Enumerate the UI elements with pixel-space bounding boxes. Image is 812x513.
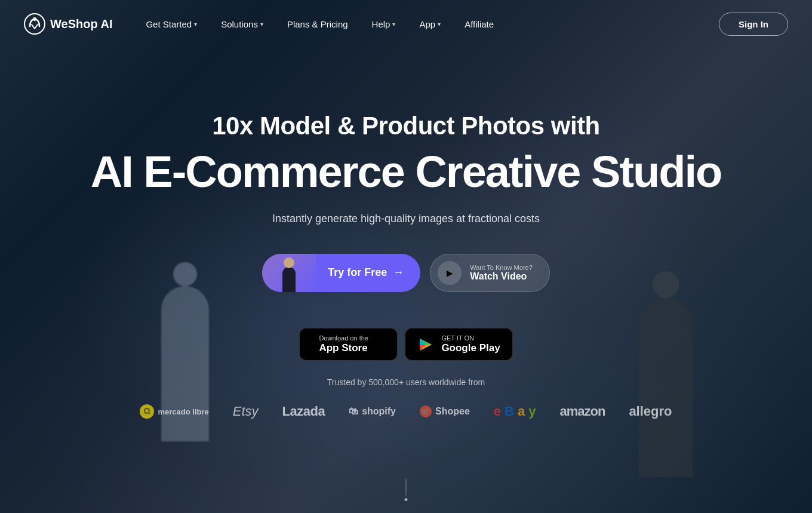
shopify-icon: 🛍 <box>349 406 358 417</box>
arrow-right-icon: → <box>393 266 404 279</box>
nav-item-app[interactable]: App ▾ <box>410 14 450 34</box>
nav-links: Get Started ▾ Solutions ▾ Plans & Pricin… <box>136 14 503 34</box>
shopee-label: Shopee <box>435 406 470 417</box>
shopee-icon: 🛒 <box>420 406 432 417</box>
brand-amazon: amazon <box>559 404 605 419</box>
nav-item-plans-pricing[interactable]: Plans & Pricing <box>278 14 358 34</box>
chevron-down-icon: ▾ <box>392 21 395 27</box>
nav-item-help[interactable]: Help ▾ <box>362 14 405 34</box>
logo-text: WeShop AI <box>50 17 112 31</box>
chevron-down-icon: ▾ <box>194 21 197 27</box>
mercado-libre-icon <box>140 404 154 419</box>
mini-model-figure <box>274 257 304 292</box>
hero-section: WeShop AI Get Started ▾ Solutions ▾ Plan… <box>0 0 812 513</box>
logo[interactable]: WeShop AI <box>24 13 112 35</box>
lazada-label: Lazada <box>282 404 325 419</box>
app-store-badge[interactable]: Download on the App Store <box>299 328 398 361</box>
hero-title-main: AI E-Commerce Creative Studio <box>91 148 721 196</box>
brand-shopify: 🛍 shopify <box>349 406 396 417</box>
brand-lazada: Lazada <box>282 404 325 419</box>
scroll-dot <box>405 498 408 501</box>
try-free-text: Try for Free → <box>316 266 420 279</box>
amazon-label: amazon <box>559 404 605 419</box>
hero-title-sub: 10x Model & Product Photos with <box>212 112 600 140</box>
google-play-text: GET IT ON Google Play <box>441 334 500 355</box>
chevron-down-icon: ▾ <box>438 21 441 27</box>
try-for-free-button[interactable]: Try for Free → <box>262 254 420 292</box>
sign-in-button[interactable]: Sign In <box>719 13 788 36</box>
watch-video-text: Want To Know More? Watch Video <box>470 264 533 282</box>
svg-point-1 <box>33 17 36 21</box>
cta-row: Try for Free → ▶ Want To Know More? Watc… <box>262 254 550 292</box>
hero-subtitle: Instantly generate high-quality images a… <box>272 213 540 225</box>
google-play-icon <box>417 336 434 353</box>
brand-shopee: 🛒 Shopee <box>420 406 470 417</box>
allegro-label: allegro <box>629 404 672 419</box>
hero-content: 10x Model & Product Photos with AI E-Com… <box>0 0 812 513</box>
app-store-text: Download on the App Store <box>319 334 368 355</box>
brand-ebay: eBay <box>494 404 536 419</box>
shopify-label: shopify <box>362 406 396 417</box>
brand-allegro: allegro <box>629 404 672 419</box>
svg-point-0 <box>24 14 45 34</box>
google-play-badge[interactable]: GET IT ON Google Play <box>405 328 512 361</box>
scroll-indicator <box>405 479 408 501</box>
brand-mercado-libre: mercado libre <box>140 404 208 419</box>
brands-row: mercado libre Etsy Lazada 🛍 shopify 🛒 Sh… <box>140 404 672 419</box>
scroll-line <box>406 479 407 496</box>
navbar: WeShop AI Get Started ▾ Solutions ▾ Plan… <box>0 0 812 48</box>
mercado-libre-label: mercado libre <box>158 407 208 416</box>
app-badges: Download on the App Store <box>299 328 512 361</box>
logo-icon <box>24 13 45 35</box>
etsy-label: Etsy <box>233 404 259 419</box>
nav-item-get-started[interactable]: Get Started ▾ <box>136 14 207 34</box>
play-icon: ▶ <box>438 261 462 285</box>
ebay-label: e <box>494 404 501 419</box>
nav-item-affiliate[interactable]: Affiliate <box>455 14 503 34</box>
brand-etsy: Etsy <box>233 404 259 419</box>
watch-video-button[interactable]: ▶ Want To Know More? Watch Video <box>430 254 550 292</box>
chevron-down-icon: ▾ <box>260 21 263 27</box>
nav-item-solutions[interactable]: Solutions ▾ <box>211 14 273 34</box>
try-free-preview-image <box>262 254 316 292</box>
trusted-text: Trusted by 500,000+ users worldwide from <box>327 377 485 387</box>
